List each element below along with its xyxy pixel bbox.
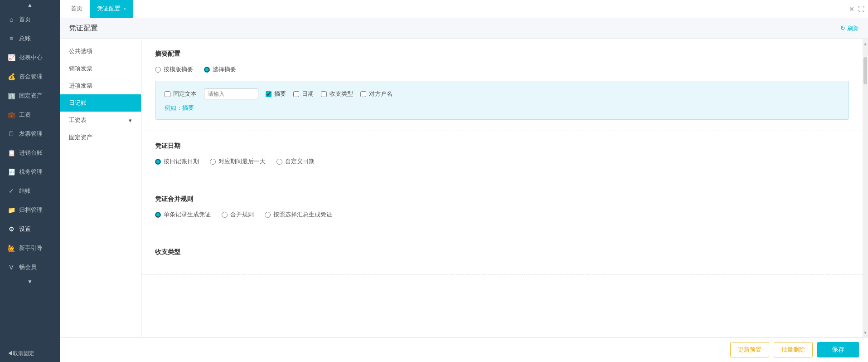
summary-radio-group: 按模版摘要 选择摘要: [155, 65, 849, 73]
member-icon: V: [7, 264, 15, 271]
payroll-icon: 💼: [7, 111, 15, 118]
funds-icon: 💰: [7, 73, 15, 80]
radio-template-summary[interactable]: 按模版摘要: [155, 65, 193, 73]
checkbox-counterparty-input[interactable]: [360, 91, 366, 97]
nav-payroll-table[interactable]: 工资表 ▾: [60, 112, 141, 129]
sidebar-item-tax[interactable]: 🧾 税务管理: [0, 162, 60, 181]
sales-ledger-icon: 📋: [7, 149, 15, 157]
radio-last-day[interactable]: 对应期间最后一天: [210, 157, 266, 166]
sidebar-item-invoice[interactable]: 🗒 发票管理: [0, 124, 60, 143]
radio-custom-date-input[interactable]: [276, 159, 282, 165]
window-expand-button[interactable]: ⛶: [858, 5, 864, 13]
checkbox-fixed-text[interactable]: 固定文本: [165, 90, 197, 98]
checkbox-income-type-input[interactable]: [321, 91, 327, 97]
summary-config-title: 摘要配置: [155, 50, 849, 58]
chevron-down-icon: ▾: [129, 117, 132, 124]
checkbox-date[interactable]: 日期: [293, 90, 314, 98]
scroll-down-arrow[interactable]: ▼: [863, 328, 868, 337]
main-area: 首页 凭证配置 × ✕ ⛶ 凭证配置 ↻ 刷新 公共选项: [60, 0, 868, 362]
sidebar-item-payroll[interactable]: 💼 工资: [0, 105, 60, 124]
radio-select-summary[interactable]: 选择摘要: [204, 65, 236, 73]
sidebar-item-archive[interactable]: 📁 归档管理: [0, 201, 60, 220]
batch-delete-button[interactable]: 批量删除: [774, 342, 813, 357]
reports-icon: 📈: [7, 54, 15, 61]
sidebar-item-home[interactable]: ⌂ 首页: [0, 10, 60, 29]
merge-rules-radio-group: 单条记录生成凭证 合并规则 按照选择汇总生成凭证: [155, 210, 849, 219]
sidebar-item-guide[interactable]: 🙋 新手引导: [0, 239, 60, 258]
right-content: 摘要配置 按模版摘要 选择摘要: [141, 39, 863, 337]
content-area: 公共选项 销项发票 进项发票 日记账 工资表 ▾ 固定资产: [60, 39, 868, 337]
summary-config-section: 摘要配置 按模版摘要 选择摘要: [141, 39, 863, 131]
checkbox-summary-input[interactable]: [266, 91, 272, 97]
radio-last-day-input[interactable]: [210, 159, 216, 165]
update-preview-button[interactable]: 更新预置: [730, 342, 769, 357]
tab-voucher-config[interactable]: 凭证配置 ×: [90, 0, 133, 18]
scrollbar[interactable]: ▲ ▼: [863, 39, 868, 337]
radio-journal-date[interactable]: 按日记账日期: [155, 157, 199, 166]
tax-icon: 🧾: [7, 168, 15, 176]
fixed-assets-icon: 🏢: [7, 92, 15, 99]
guide-icon: 🙋: [7, 245, 15, 252]
sidebar: ▲ ⌂ 首页 ≡ 总账 📈 报表中心 💰 资金管理 🏢 固定资产 💼 工资 🗒 …: [0, 0, 60, 362]
page-title: 凭证配置: [69, 24, 98, 33]
radio-template-summary-input[interactable]: [155, 67, 161, 73]
sidebar-scroll-down[interactable]: ▼: [0, 277, 60, 287]
radio-select-merge-input[interactable]: [265, 212, 271, 218]
refresh-icon: ↻: [840, 25, 845, 32]
scrollbar-thumb[interactable]: [863, 57, 867, 84]
sidebar-item-member[interactable]: V 畅会员: [0, 258, 60, 277]
save-button[interactable]: 保存: [817, 342, 859, 357]
tab-home[interactable]: 首页: [63, 0, 90, 18]
refresh-button[interactable]: ↻ 刷新: [840, 24, 859, 33]
sidebar-item-ledger[interactable]: ≡ 总账: [0, 29, 60, 48]
left-nav: 公共选项 销项发票 进项发票 日记账 工资表 ▾ 固定资产: [60, 39, 141, 337]
tab-close-button[interactable]: ×: [123, 6, 126, 11]
tab-bar: 首页 凭证配置 × ✕ ⛶: [60, 0, 868, 18]
income-type-title: 收支类型: [155, 248, 849, 256]
home-icon: ⌂: [7, 16, 15, 23]
checkbox-row: 固定文本 摘要 日期: [165, 88, 839, 99]
radio-single-record-input[interactable]: [155, 212, 161, 218]
page-header: 凭证配置 ↻ 刷新: [60, 18, 868, 39]
invoice-icon: 🗒: [7, 130, 15, 137]
nav-public[interactable]: 公共选项: [60, 43, 141, 60]
sidebar-item-sales-ledger[interactable]: 📋 进销台账: [0, 143, 60, 162]
radio-journal-date-input[interactable]: [155, 159, 161, 165]
checkbox-counterparty[interactable]: 对方户名: [360, 90, 393, 98]
settings-icon: ⚙: [7, 225, 15, 233]
sidebar-scroll-up[interactable]: ▲: [0, 0, 60, 10]
sidebar-item-funds[interactable]: 💰 资金管理: [0, 67, 60, 86]
sidebar-item-reports[interactable]: 📈 报表中心: [0, 48, 60, 67]
archive-icon: 📁: [7, 206, 15, 214]
radio-select-summary-input[interactable]: [204, 67, 210, 73]
voucher-date-section: 凭证日期 按日记账日期 对应期间最后一天: [141, 131, 863, 184]
sidebar-item-fixed-assets[interactable]: 🏢 固定资产: [0, 86, 60, 105]
checkbox-summary[interactable]: 摘要: [266, 90, 286, 98]
voucher-date-radio-group: 按日记账日期 对应期间最后一天 自定义日期: [155, 157, 849, 166]
window-close-button[interactable]: ✕: [849, 5, 854, 13]
voucher-date-title: 凭证日期: [155, 142, 849, 150]
scroll-up-arrow[interactable]: ▲: [863, 39, 868, 48]
sidebar-item-settings[interactable]: ⚙ 设置: [0, 220, 60, 239]
sidebar-unpin[interactable]: ◀取消固定: [0, 345, 60, 362]
radio-merge-rules[interactable]: 合并规则: [222, 210, 254, 219]
window-controls: ✕ ⛶: [849, 5, 864, 13]
summary-config-box: 固定文本 摘要 日期: [155, 81, 849, 120]
fixed-text-input[interactable]: [204, 88, 258, 99]
checkbox-date-input[interactable]: [293, 91, 299, 97]
nav-journal[interactable]: 日记账: [60, 94, 141, 112]
page-wrapper: 凭证配置 ↻ 刷新 公共选项 销项发票 进项发票 日记账: [60, 18, 868, 362]
merge-rules-title: 凭证合并规则: [155, 195, 849, 203]
radio-select-merge[interactable]: 按照选择汇总生成凭证: [265, 210, 332, 219]
nav-sales-invoice[interactable]: 销项发票: [60, 60, 141, 77]
nav-purchase-invoice[interactable]: 进项发票: [60, 77, 141, 94]
radio-merge-rules-input[interactable]: [222, 212, 228, 218]
radio-single-record[interactable]: 单条记录生成凭证: [155, 210, 211, 219]
checkbox-fixed-text-input[interactable]: [165, 91, 170, 97]
income-type-section: 收支类型: [141, 237, 863, 275]
radio-custom-date[interactable]: 自定义日期: [276, 157, 315, 166]
ledger-icon: ≡: [7, 35, 15, 42]
checkbox-income-type[interactable]: 收支类型: [321, 90, 353, 98]
nav-fixed-assets[interactable]: 固定资产: [60, 129, 141, 146]
sidebar-item-settlement[interactable]: ✓ 结账: [0, 181, 60, 201]
